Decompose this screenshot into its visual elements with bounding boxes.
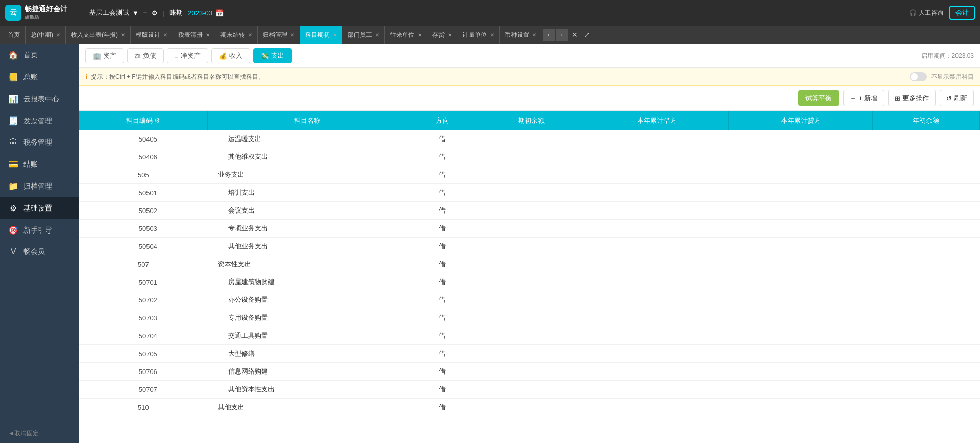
cell-ytd-debit bbox=[585, 166, 729, 184]
tab-expand-button[interactable]: ⤢ bbox=[581, 31, 593, 39]
table-row[interactable]: 50702办公设备购置借 bbox=[79, 291, 980, 309]
cell-period-balance bbox=[478, 363, 585, 381]
more-button[interactable]: ⊞ 更多操作 bbox=[888, 90, 936, 106]
disable-toggle[interactable] bbox=[910, 72, 927, 81]
table-row[interactable]: 510其他支出借 bbox=[79, 399, 980, 416]
sub-tab-label: 负债 bbox=[143, 51, 156, 60]
cell-direction: 借 bbox=[407, 184, 478, 202]
tab-item[interactable]: 首页 bbox=[3, 26, 26, 44]
tab-prev-button[interactable]: ‹ bbox=[543, 29, 555, 41]
table-row[interactable]: 50406其他维权支出借 bbox=[79, 148, 980, 166]
sidebar-item-新手引导[interactable]: 🎯新手引导 bbox=[0, 219, 79, 241]
cell-year-begin bbox=[872, 166, 979, 184]
tab-close-icon[interactable]: ✕ bbox=[248, 32, 252, 38]
kuaiji-button[interactable]: 会计 bbox=[949, 6, 975, 20]
tab-close-icon[interactable]: ✕ bbox=[532, 32, 536, 38]
add-org-icon[interactable]: ＋ bbox=[142, 8, 149, 17]
sidebar-item-基础设置[interactable]: ⚙基础设置 bbox=[0, 197, 79, 219]
cell-ytd-credit bbox=[729, 291, 872, 309]
cell-ytd-debit bbox=[585, 220, 729, 238]
cell-ytd-debit bbox=[585, 202, 729, 220]
tab-close-icon[interactable]: ✕ bbox=[290, 32, 295, 38]
calendar-icon[interactable]: 📅 bbox=[215, 9, 224, 17]
tab-item[interactable]: 总(中期)✕ bbox=[26, 26, 66, 44]
sidebar-item-畅会员[interactable]: V畅会员 bbox=[0, 241, 79, 263]
add-button[interactable]: ＋ + 新增 bbox=[843, 90, 884, 106]
refresh-button[interactable]: ↺ 刷新 bbox=[940, 90, 974, 106]
tab-close-icon[interactable]: ✕ bbox=[333, 32, 337, 38]
tab-close-icon[interactable]: ✕ bbox=[448, 32, 452, 38]
cell-ytd-credit bbox=[729, 238, 872, 255]
table-container[interactable]: 科目编码 ⚙科目名称方向期初余额本年累计借方本年累计贷方年初余额 50405运温… bbox=[79, 111, 980, 443]
sub-tab-资产[interactable]: 🏢资产 bbox=[85, 48, 124, 63]
sidebar-collapse-button[interactable]: ◄取消固定 bbox=[0, 424, 79, 443]
tab-close-icon[interactable]: ✕ bbox=[163, 32, 167, 38]
sidebar-item-税务管理[interactable]: 🏛税务管理 bbox=[0, 132, 79, 153]
period-info: 启用期间：2023.03 bbox=[921, 52, 974, 60]
settings-icon[interactable]: ⚙ bbox=[152, 9, 158, 17]
tab-item[interactable]: 币种设置✕ bbox=[500, 26, 542, 44]
cell-name: 运温暖支出 bbox=[208, 130, 407, 148]
tab-item[interactable]: 往来单位✕ bbox=[385, 26, 427, 44]
sidebar-item-发票管理[interactable]: 🧾发票管理 bbox=[0, 110, 79, 132]
sidebar-item-首页[interactable]: 🏠首页 bbox=[0, 44, 79, 66]
table-row[interactable]: 50704交通工具购置借 bbox=[79, 327, 980, 345]
tab-close-icon[interactable]: ✕ bbox=[375, 32, 379, 38]
tab-item[interactable]: 科目期初✕ bbox=[300, 26, 342, 44]
tab-item[interactable]: 归档管理✕ bbox=[258, 26, 300, 44]
table-row[interactable]: 50504其他业务支出借 bbox=[79, 238, 980, 255]
tab-close-icon[interactable]: ✕ bbox=[418, 32, 422, 38]
sidebar-item-归档管理[interactable]: 📁归档管理 bbox=[0, 175, 79, 197]
sidebar-item-云报表中心[interactable]: 📊云报表中心 bbox=[0, 88, 79, 110]
tab-close-icon[interactable]: ✕ bbox=[56, 32, 60, 38]
table-row[interactable]: 50405运温暖支出借 bbox=[79, 130, 980, 148]
logo-area: 云 畅捷通好会计 旗舰版 bbox=[5, 5, 84, 21]
tab-label: 存货 bbox=[432, 31, 445, 39]
balance-button[interactable]: 试算平衡 bbox=[798, 90, 839, 106]
tab-item[interactable]: 计量单位✕ bbox=[457, 26, 500, 44]
table-row[interactable]: 50707其他资本性支出借 bbox=[79, 381, 980, 399]
tab-item[interactable]: 存货✕ bbox=[427, 26, 457, 44]
sub-tab-净资产[interactable]: ≡净资产 bbox=[167, 48, 208, 63]
cell-name: 专项业务支出 bbox=[208, 220, 407, 238]
sub-tab-负债[interactable]: ⚖负债 bbox=[127, 48, 164, 63]
consult-button[interactable]: 🎧 人工咨询 bbox=[909, 9, 943, 17]
table-row[interactable]: 50701房屋建筑物购建借 bbox=[79, 273, 980, 291]
sub-tab-label: 资产 bbox=[103, 51, 116, 60]
tab-next-button[interactable]: › bbox=[556, 29, 568, 41]
tab-item[interactable]: 期末结转✕ bbox=[215, 26, 258, 44]
table-row[interactable]: 50703专用设备购置借 bbox=[79, 309, 980, 327]
table-row[interactable]: 50501培训支出借 bbox=[79, 184, 980, 202]
tab-item[interactable]: 部门员工✕ bbox=[342, 26, 385, 44]
table-row[interactable]: 50503专项业务支出借 bbox=[79, 220, 980, 238]
sub-tab-收入[interactable]: 💰收入 bbox=[211, 48, 250, 63]
table-row[interactable]: 50502会议支出借 bbox=[79, 202, 980, 220]
table-row[interactable]: 50706信息网络购建借 bbox=[79, 363, 980, 381]
tab-item[interactable]: 税表清册✕ bbox=[173, 26, 215, 44]
tab-close-all-button[interactable]: ✕ bbox=[569, 31, 581, 39]
table-row[interactable]: 50705大型修缮借 bbox=[79, 345, 980, 363]
tab-item[interactable]: 收入支出表(年报)✕ bbox=[66, 26, 131, 44]
cell-period-balance bbox=[478, 273, 585, 291]
tab-close-icon[interactable]: ✕ bbox=[490, 32, 494, 38]
col-settings-icon[interactable]: ⚙ bbox=[154, 116, 160, 124]
tab-item[interactable]: 模版设计✕ bbox=[131, 26, 173, 44]
cell-ytd-debit bbox=[585, 381, 729, 399]
sidebar-item-总账[interactable]: 📒总账 bbox=[0, 66, 79, 88]
tab-close-icon[interactable]: ✕ bbox=[121, 32, 125, 38]
cell-code: 50701 bbox=[79, 273, 208, 291]
cell-year-begin bbox=[872, 399, 979, 416]
org-selector[interactable]: 基层工会测试 ▼ ＋ ⚙ | 账期 2023-03 📅 bbox=[89, 8, 224, 17]
app-name: 畅捷通好会计 bbox=[24, 5, 67, 14]
sub-tab-支出[interactable]: 💸支出 bbox=[253, 48, 292, 63]
sub-tab-icon: ⚖ bbox=[135, 52, 141, 60]
cell-code: 50501 bbox=[79, 184, 208, 202]
cell-name: 专用设备购置 bbox=[208, 309, 407, 327]
table-row[interactable]: 507资本性支出借 bbox=[79, 255, 980, 273]
table-row[interactable]: 505业务支出借 bbox=[79, 166, 980, 184]
cell-period-balance bbox=[478, 345, 585, 363]
tab-close-icon[interactable]: ✕ bbox=[206, 32, 210, 38]
cell-name: 业务支出 bbox=[208, 166, 407, 184]
sidebar-item-结账[interactable]: 💳结账 bbox=[0, 153, 79, 175]
headset-icon: 🎧 bbox=[909, 9, 917, 16]
